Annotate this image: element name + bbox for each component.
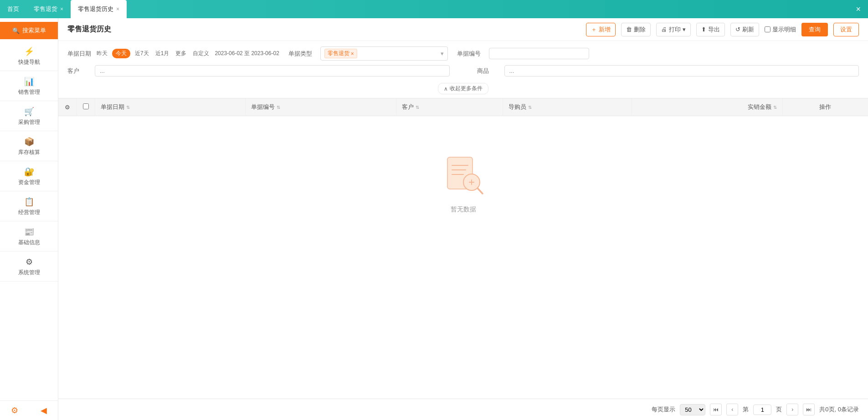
filter-row-1: 单据日期 昨天 今天 近7天 近1月 更多 自定义 2023-06-02 至 2…	[67, 46, 859, 61]
delete-button-label: 删除	[634, 26, 646, 34]
sidebar-item-inventory[interactable]: 📦 库存核算	[0, 131, 58, 161]
th-customer[interactable]: 客户 ⇅	[396, 98, 503, 116]
tab-retail-return-close[interactable]: ×	[60, 6, 63, 12]
refresh-button[interactable]: ↺ 刷新	[730, 23, 759, 36]
page-unit: 页	[776, 405, 782, 414]
settings-col-icon[interactable]: ⚙	[65, 104, 70, 111]
goods-label: 商品	[477, 67, 504, 75]
sidebar-search[interactable]: 🔍 搜索菜单	[0, 22, 58, 39]
date-btn-7days[interactable]: 近7天	[133, 49, 151, 58]
th-settings[interactable]: ⚙	[58, 98, 77, 116]
collapse-button-label: 收起更多条件	[450, 85, 483, 92]
date-btn-yesterday[interactable]: 昨天	[95, 49, 109, 58]
th-guide[interactable]: 导购员 ⇅	[503, 98, 632, 116]
sort-docno-icon: ⇅	[277, 105, 280, 110]
quick-nav-icon: ⚡	[24, 46, 34, 56]
export-button[interactable]: ⬆ 导出	[696, 23, 725, 36]
new-button[interactable]: ＋ 新增	[586, 23, 616, 36]
page-prev-button[interactable]: ‹	[726, 404, 738, 415]
select-all-checkbox[interactable]	[83, 103, 89, 109]
table-body: 暂无数据	[58, 116, 868, 251]
date-btn-custom[interactable]: 自定义	[191, 49, 211, 58]
page-number-input[interactable]	[753, 405, 771, 415]
collapse-up-icon: ∧	[444, 86, 448, 92]
print-icon: 🖨	[661, 26, 667, 33]
type-select[interactable]: 零售退货 × ▾	[320, 46, 448, 61]
sidebar-item-system[interactable]: ⚙ 系统管理	[0, 251, 58, 282]
export-icon: ⬆	[701, 26, 706, 33]
query-button-label: 查询	[809, 26, 821, 33]
setting-button-label: 设置	[840, 26, 852, 33]
collapse-sidebar-icon[interactable]: ◀	[41, 405, 47, 415]
tab-retail-return-history[interactable]: 零售退货历史 ×	[71, 0, 127, 18]
type-label: 单据类型	[288, 50, 320, 58]
sidebar-item-label: 快捷导航	[18, 58, 40, 66]
sidebar-search-label: 搜索菜单	[22, 26, 46, 35]
th-amount[interactable]: 实销金额 ⇅	[632, 98, 782, 116]
toolbar: ＋ 新增 🗑 删除 🖨 打印 ▾ ⬆ 导出 ↺ 刷新	[586, 23, 859, 36]
page-size-select[interactable]: 10 20 50 100	[680, 404, 705, 415]
date-btn-more[interactable]: 更多	[174, 49, 188, 58]
sort-guide-icon: ⇅	[528, 105, 532, 110]
page-first-button[interactable]: ⏮	[710, 404, 722, 415]
sidebar-item-label: 经营管理	[18, 209, 40, 216]
delete-icon: 🗑	[626, 26, 632, 33]
delete-button[interactable]: 🗑 删除	[621, 23, 651, 36]
th-doc-no[interactable]: 单据编号 ⇅	[246, 98, 396, 116]
sort-customer-icon: ⇅	[416, 105, 419, 110]
new-button-label: 新增	[599, 26, 611, 34]
page-next-button[interactable]: ›	[786, 404, 798, 415]
tab-retail-return-history-close[interactable]: ×	[116, 6, 119, 12]
finance-icon: 🔐	[24, 167, 34, 177]
type-tag-label: 零售退货	[328, 50, 349, 57]
sidebar-item-purchase[interactable]: 🛒 采购管理	[0, 101, 58, 131]
sidebar-item-basic-info[interactable]: 📰 基础信息	[0, 221, 58, 251]
svg-line-5	[478, 188, 483, 194]
export-button-label: 导出	[708, 26, 720, 34]
tab-retail-return-history-label: 零售退货历史	[78, 5, 113, 13]
customer-input[interactable]	[95, 65, 450, 77]
system-icon: ⚙	[26, 257, 33, 267]
sidebar-item-label: 系统管理	[18, 269, 40, 277]
collapse-button[interactable]: ∧ 收起更多条件	[438, 83, 488, 94]
th-date[interactable]: 单据日期 ⇅	[95, 98, 246, 116]
tab-home[interactable]: 首页	[0, 0, 26, 18]
doc-number-input[interactable]	[489, 48, 589, 59]
page-last-button[interactable]: ⏭	[803, 404, 815, 415]
show-detail-toggle[interactable]: 显示明细	[765, 26, 796, 34]
date-btn-today[interactable]: 今天	[112, 49, 130, 58]
top-tabs: 首页 零售退货 × 零售退货历史 ×	[0, 0, 848, 18]
date-btn-1month[interactable]: 近1月	[154, 49, 171, 58]
query-button[interactable]: 查询	[801, 23, 828, 36]
sort-date-icon: ⇅	[126, 105, 130, 110]
sidebar-bottom: ⚙ ◀	[0, 400, 58, 420]
empty-icon	[441, 153, 486, 198]
sales-icon: 📊	[24, 77, 34, 87]
print-button-label: 打印	[669, 26, 681, 34]
setting-button[interactable]: 设置	[833, 23, 859, 36]
tab-home-label: 首页	[7, 5, 19, 13]
sidebar-item-operations[interactable]: 📋 经营管理	[0, 191, 58, 221]
goods-input[interactable]	[504, 65, 859, 77]
type-tag: 零售退货 ×	[324, 49, 357, 58]
window-close-button[interactable]: ×	[848, 5, 868, 14]
sidebar-item-sales[interactable]: 📊 销售管理	[0, 71, 58, 101]
page-size-label: 每页显示	[652, 405, 675, 414]
type-tag-remove[interactable]: ×	[351, 51, 354, 57]
empty-state-row: 暂无数据	[58, 116, 868, 251]
sidebar-item-label: 库存核算	[18, 149, 40, 156]
print-dropdown-icon: ▾	[683, 26, 686, 33]
refresh-button-label: 刷新	[742, 26, 754, 34]
settings-gear-icon[interactable]: ⚙	[11, 405, 18, 415]
operations-icon: 📋	[24, 197, 34, 207]
sidebar-item-finance[interactable]: 🔐 资金管理	[0, 161, 58, 191]
plus-icon: ＋	[591, 26, 597, 34]
show-detail-checkbox[interactable]	[765, 26, 770, 32]
print-button[interactable]: 🖨 打印 ▾	[656, 23, 691, 36]
page-title: 零售退货历史	[67, 25, 111, 34]
sidebar-item-quick-nav[interactable]: ⚡ 快捷导航	[0, 41, 58, 71]
tab-retail-return[interactable]: 零售退货 ×	[26, 0, 71, 18]
empty-state-cell: 暂无数据	[58, 116, 868, 251]
refresh-icon: ↺	[735, 26, 740, 33]
th-checkbox[interactable]	[77, 98, 95, 116]
